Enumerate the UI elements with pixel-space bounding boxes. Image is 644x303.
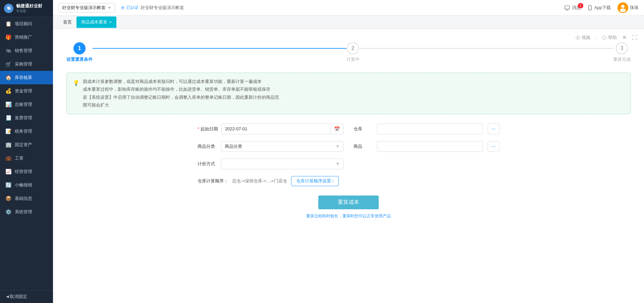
warehouse-order-settings-button[interactable]: 仓库计算顺序设置 › <box>291 176 339 186</box>
goods-group: 商品 ··· <box>354 141 499 152</box>
sidebar-item-basic[interactable]: 📦 基础信息 <box>0 192 53 205</box>
video-link[interactable]: 视频 <box>576 35 590 41</box>
sidebar-item-label: 发票管理 <box>15 115 32 121</box>
sidebar-item-finance[interactable]: 💰 资金管理 <box>0 84 53 98</box>
app-subtitle: 专业版 <box>16 9 42 13</box>
marketing-icon: 🎁 <box>5 34 11 40</box>
verified-account-name: 好业财专业版演示帐套 <box>141 5 184 11</box>
sidebar-item-marketing[interactable]: 🎁 营销推广 <box>0 31 53 44</box>
sidebar-item-project[interactable]: 📋 项目顾问 <box>0 17 53 31</box>
sales-icon: 🛍 <box>5 48 11 53</box>
sidebar-item-sales[interactable]: 🛍 销售管理 <box>0 44 53 57</box>
sidebar-item-operations[interactable]: 📈 经营管理 <box>0 165 53 178</box>
form-row-1: * 起始日期 📅 仓库 ··· <box>198 124 499 134</box>
expense-icon: 🔄 <box>5 182 11 188</box>
messages-button[interactable]: 消息 1 <box>564 5 581 11</box>
sidebar-header: 畅 畅捷通好业财 专业版 <box>0 0 53 17</box>
pricing-select[interactable]: ▼ <box>221 159 343 169</box>
svg-text:?: ? <box>604 36 605 39</box>
warehouse-group: 仓库 ··· <box>354 124 499 134</box>
operations-icon: 📈 <box>5 169 11 175</box>
sidebar-item-tax[interactable]: 📝 税务管理 <box>0 125 53 138</box>
sidebar-nav: 📋 项目顾问 🎁 营销推广 🛍 销售管理 🛒 采购管理 🏠 库存核算 💰 资金管… <box>0 17 53 290</box>
app-download-button[interactable]: App下载 <box>587 5 611 11</box>
finance-icon: 💰 <box>5 88 11 94</box>
shield-icon <box>120 5 125 10</box>
category-label: 商品分类 <box>198 143 218 149</box>
warehouse-order-row: 仓库计算顺序： 总仓->深圳仓库->...->门店仓 仓库计算顺序设置 › <box>198 176 499 186</box>
sidebar-item-label: 库存核算 <box>15 75 32 81</box>
tab-home[interactable]: 首页 <box>58 16 76 28</box>
user-avatar <box>618 2 628 13</box>
play-circle-icon <box>576 35 580 40</box>
system-icon: ⚙️ <box>5 209 11 215</box>
step-line-1 <box>93 48 346 49</box>
account-selector[interactable]: 好业财专业版演示帐套 ▼ <box>58 3 115 12</box>
recalculate-button[interactable]: 重算成本 <box>318 196 379 209</box>
info-icon: 💡 <box>73 78 79 109</box>
video-label: 视频 <box>582 35 590 41</box>
form-row-2: 商品分类 商品分类 ▼ 商品 ··· <box>198 141 499 152</box>
notification-count: 1 <box>578 3 583 8</box>
pricing-select-arrow: ▼ <box>335 161 340 166</box>
sidebar-item-salary[interactable]: 💼 工资 <box>0 152 53 165</box>
sidebar-item-label: 销售管理 <box>15 48 32 54</box>
inventory-icon: 🏠 <box>5 75 11 81</box>
help-link[interactable]: ? 帮助 <box>602 35 617 41</box>
info-box: 💡 因成本计算参数调整，或是对商品成本有疑问时，可以通过成本重算功能，重新计算一… <box>66 73 631 114</box>
content-controls: 视频 | ? 帮助 ✕ ⛶ <box>576 34 637 41</box>
form-row-3: 计价方式 ▼ <box>198 159 499 169</box>
sidebar: 畅 畅捷通好业财 专业版 📋 项目顾问 🎁 营销推广 🛍 销售管理 🛒 采购管理… <box>0 0 53 303</box>
goods-dots-button[interactable]: ··· <box>488 141 499 152</box>
account-dropdown-arrow: ▼ <box>108 6 111 10</box>
category-select-arrow: ▼ <box>335 144 340 149</box>
top-header: 好业财专业版演示帐套 ▼ 已认证 好业财专业版演示帐套 消息 1 App下载 <box>53 0 644 15</box>
start-date-input-wrapper: 📅 <box>221 124 343 134</box>
tab-cost-recalc[interactable]: 商品成本重算 × <box>76 16 116 28</box>
sidebar-item-expense[interactable]: 🔄 小畅报销 <box>0 178 53 192</box>
tab-close-button[interactable]: × <box>109 20 112 25</box>
assets-icon: 🏢 <box>5 142 11 148</box>
pricing-group: 计价方式 ▼ <box>198 159 343 169</box>
goods-label: 商品 <box>354 143 374 149</box>
salary-icon: 💼 <box>5 155 11 161</box>
verified-badge: 已认证 <box>120 5 139 10</box>
sidebar-item-label: 营销推广 <box>15 34 32 40</box>
sidebar-item-invoice[interactable]: 🧾 发票管理 <box>0 111 53 125</box>
submit-hint: 重算过程耗时较长，重算时您可以正常使用产品 <box>306 213 391 219</box>
logo-text: 畅 <box>7 6 11 11</box>
step-2-circle: 2 <box>347 42 359 54</box>
sidebar-item-label: 工资 <box>15 155 23 161</box>
verified-text: 已认证 <box>126 5 139 10</box>
expand-window-button[interactable]: ⛶ <box>632 35 637 41</box>
close-window-button[interactable]: ✕ <box>622 34 627 41</box>
sidebar-item-inventory[interactable]: 🏠 库存核算 <box>0 71 53 84</box>
goods-input[interactable] <box>377 141 483 152</box>
form-section: * 起始日期 📅 仓库 ··· 商品分类 <box>198 124 499 219</box>
warehouse-input[interactable] <box>377 124 483 134</box>
sidebar-item-purchase[interactable]: 🛒 采购管理 <box>0 57 53 71</box>
svg-point-4 <box>621 5 625 8</box>
start-date-input[interactable] <box>222 124 330 134</box>
sidebar-item-label: 总账管理 <box>15 101 32 107</box>
user-profile-button[interactable]: 珠珠 <box>618 2 639 13</box>
start-date-label: * 起始日期 <box>198 126 218 132</box>
warehouse-order-btn-label: 仓库计算顺序设置 › <box>296 178 334 184</box>
sidebar-item-label: 资金管理 <box>15 88 32 94</box>
category-group: 商品分类 商品分类 ▼ <box>198 141 343 152</box>
category-select[interactable]: 商品分类 ▼ <box>221 141 343 152</box>
sidebar-item-assets[interactable]: 🏢 固定资产 <box>0 138 53 152</box>
sidebar-item-accounting[interactable]: 📊 总账管理 <box>0 98 53 111</box>
step-1-circle: 1 <box>73 42 86 54</box>
warehouse-dots-button[interactable]: ··· <box>488 124 499 134</box>
invoice-icon: 🧾 <box>5 115 11 121</box>
steps-indicator: 1 设置重算条件 2 计算中 3 重算完成 <box>66 39 631 62</box>
step-2-label: 计算中 <box>346 56 360 62</box>
project-icon: 📋 <box>5 21 11 27</box>
category-placeholder: 商品分类 <box>225 143 242 149</box>
basic-icon: 📦 <box>5 196 11 202</box>
account-name: 好业财专业版演示帐套 <box>62 5 106 11</box>
sidebar-unpin-button[interactable]: ◄取消固定 <box>0 290 53 303</box>
sidebar-item-system[interactable]: ⚙️ 系统管理 <box>0 205 53 219</box>
calendar-icon-button[interactable]: 📅 <box>330 124 343 134</box>
